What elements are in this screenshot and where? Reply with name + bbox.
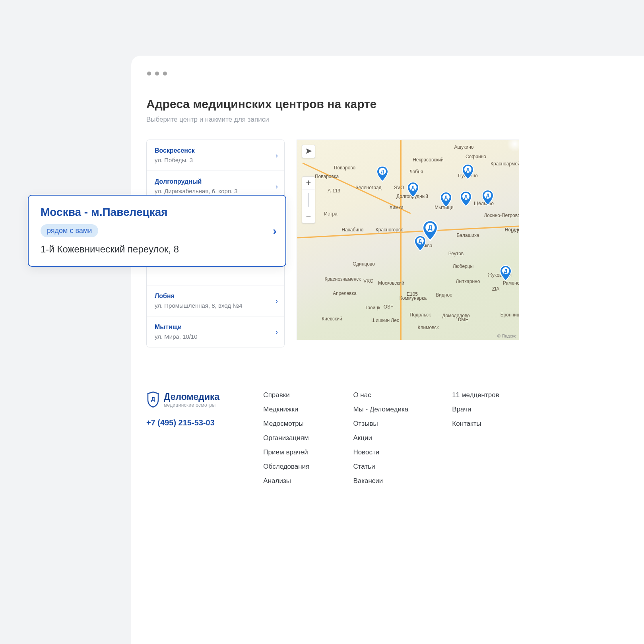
shield-icon: Д [146, 391, 160, 408]
map-city-label: VKO [363, 278, 373, 284]
svg-text:Д: Д [504, 268, 508, 274]
footer-link[interactable]: Новости [353, 448, 408, 456]
svg-text:Д: Д [444, 195, 448, 200]
map-city-label: Лобня [409, 169, 423, 175]
map-pin-icon[interactable]: Д [462, 164, 474, 180]
map-zoom-out-button[interactable]: − [302, 210, 315, 223]
map-city-label: Красноармейск [491, 161, 519, 167]
map-city-label: Краснознаменск [324, 276, 361, 282]
footer-link[interactable]: О нас [353, 391, 408, 399]
map-city-label: Московский [378, 280, 404, 286]
svg-text:Д: Д [466, 167, 470, 173]
map-city-label: Апрелевка [333, 291, 357, 296]
center-name: Лобня [155, 293, 268, 300]
footer-link[interactable]: Контакты [452, 420, 499, 428]
map-city-label: Климовск [417, 325, 438, 330]
brand-name: Деломедика [164, 392, 219, 402]
footer-col-2: О насМы - ДеломедикаОтзывыАкцииНовостиСт… [353, 391, 408, 485]
chevron-right-icon: › [273, 224, 277, 238]
map-city-label: Истра [324, 211, 337, 217]
map-city-label: Некрасовский [413, 157, 444, 163]
page-content: Адреса медицинских центров на карте Выбе… [146, 97, 644, 485]
footer-link[interactable]: Отзывы [353, 420, 408, 428]
map-city-label: Видное [436, 292, 452, 298]
map-pin-icon[interactable]: Д [407, 182, 419, 198]
chevron-right-icon: › [275, 297, 278, 305]
map-city-label: Люберцы [453, 264, 473, 269]
footer-link[interactable]: Вакансии [353, 477, 408, 485]
featured-address: 1-й Кожевнический переулок, 8 [41, 244, 274, 255]
map-city-label: Софрино [466, 154, 486, 159]
map-city-label: DME [458, 317, 469, 322]
map-city-label: Подольск [410, 312, 431, 318]
footer-link[interactable]: Анализы [263, 477, 309, 485]
app-window: Адреса медицинских центров на карте Выбе… [131, 56, 644, 644]
footer-link[interactable]: Прием врачей [263, 448, 309, 456]
footer-link[interactable]: Врачи [452, 405, 499, 413]
map-city-label: Ашукино [454, 144, 474, 150]
map-attribution: © Яндекс [497, 334, 516, 338]
map-zoom-in-button[interactable]: + [302, 177, 315, 190]
footer-link[interactable]: Медкнижки [263, 405, 309, 413]
map-city-label: Поварово [334, 165, 355, 171]
map-city-label: Раменское [503, 280, 519, 286]
footer-link[interactable]: Мы - Деломедика [353, 405, 408, 413]
map-zoom-slider[interactable] [302, 190, 315, 210]
map-city-label: SVO [394, 185, 404, 190]
map-city-label: ZIA [492, 286, 500, 292]
footer-link[interactable]: Медосмотры [263, 420, 309, 428]
map-glare [507, 140, 519, 152]
map-pin-icon[interactable]: Д [499, 265, 512, 281]
center-name: Мытищи [155, 324, 268, 331]
map-city-label: Лосино-Петровский [484, 213, 519, 218]
list-item[interactable]: Воскресенск ул. Победы, 3 › [147, 140, 284, 171]
map-pin-icon[interactable]: Д [440, 192, 452, 208]
map-pin-icon[interactable]: Д [481, 190, 494, 206]
footer-link[interactable]: Статьи [353, 463, 408, 471]
page-subtitle: Выберите центр и нажмите для записи [146, 116, 644, 124]
brand-tagline: медицинские осмотры [164, 402, 219, 408]
map-pin-icon[interactable]: Д [460, 191, 472, 207]
footer-link[interactable]: Акции [353, 434, 408, 442]
featured-center-card[interactable]: Москва - м.Павелецкая рядом с вами 1-й К… [28, 195, 286, 267]
footer-link[interactable]: Организациям [263, 434, 309, 442]
footer-link[interactable]: Справки [263, 391, 309, 399]
map-city-label: Реутов [448, 251, 464, 256]
svg-text:Д: Д [464, 194, 468, 200]
footer: Д Деломедика медицинские осмотры +7 (495… [146, 391, 644, 485]
footer-col-3: 11 медцентровВрачиКонтакты [452, 391, 499, 428]
center-address: ул. Победы, 3 [155, 157, 268, 163]
center-address: ул. Мира, 10/10 [155, 333, 268, 340]
featured-title: Москва - м.Павелецкая [41, 206, 274, 219]
footer-link[interactable]: Обследования [263, 463, 309, 471]
map[interactable]: ➤ + − © Яндекс ЗеленоградХимкиИстраНахаб… [297, 140, 519, 340]
map-city-label: Бронницы [500, 312, 519, 318]
page-title: Адреса медицинских центров на карте [146, 97, 644, 111]
svg-text:Д: Д [411, 185, 415, 190]
map-city-label: Поваровка [315, 174, 339, 179]
center-name: Долгопрудный [155, 178, 268, 185]
svg-text:Д: Д [419, 239, 422, 244]
footer-col-1: СправкиМедкнижкиМедосмотрыОрганизациямПр… [263, 391, 309, 485]
list-item[interactable]: Лобня ул. Промышленная, 8, вход №4 › [147, 285, 284, 316]
map-pin-icon[interactable]: Д [376, 166, 389, 182]
map-city-label: E105 [407, 291, 418, 297]
center-address: ул. Дирижабельная, 6, корп. 3 [155, 188, 268, 194]
footer-phone[interactable]: +7 (495) 215-53-03 [146, 418, 219, 427]
svg-text:Д: Д [381, 169, 384, 175]
map-pin-icon[interactable]: Д [414, 235, 427, 251]
svg-text:Д: Д [486, 193, 490, 198]
svg-text:Д: Д [151, 396, 155, 402]
map-city-label: Одинцово [353, 261, 375, 267]
chevron-right-icon: › [275, 151, 278, 159]
footer-link[interactable]: 11 медцентров [452, 391, 499, 399]
map-city-label: M-7 [511, 229, 519, 234]
window-traffic-lights [147, 72, 644, 76]
map-locate-button[interactable]: ➤ [302, 145, 315, 158]
chevron-right-icon: › [275, 182, 278, 190]
map-city-label: Нахабино [342, 227, 364, 233]
map-city-label: OSF [384, 304, 394, 310]
chevron-right-icon: › [275, 328, 278, 336]
list-item[interactable]: Мытищи ул. Мира, 10/10 › [147, 316, 284, 347]
near-you-badge: рядом с вами [41, 224, 98, 237]
